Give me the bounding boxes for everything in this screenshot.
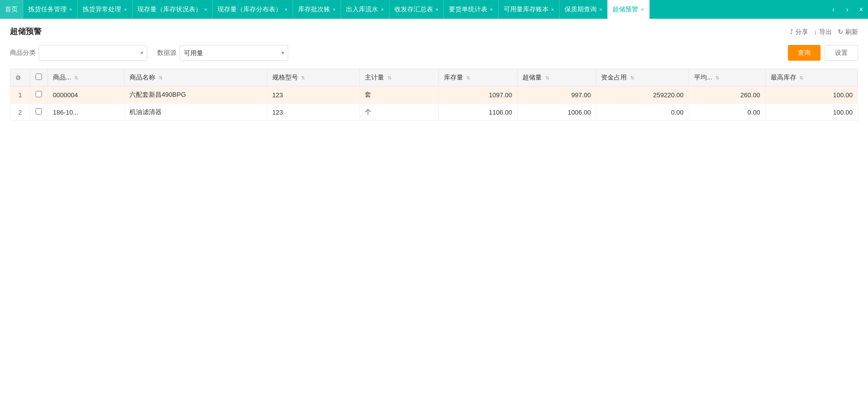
- row-num-2: 2: [10, 104, 30, 121]
- col-header-unit[interactable]: 主计量 ⇅: [360, 69, 438, 86]
- row-2-stock: 1106.00: [438, 104, 517, 121]
- row-2-capital: 0.00: [596, 104, 689, 121]
- col-header-avg[interactable]: 平均... ⇅: [689, 69, 765, 86]
- col-header-spec[interactable]: 规格型号 ⇅: [267, 69, 359, 86]
- nav-next-button[interactable]: ›: [840, 0, 854, 19]
- row-1-stock: 1097.00: [438, 86, 517, 104]
- row-1-capital: 259220.00: [596, 86, 689, 104]
- table-row: 1 0000004 六配套新昌490BPG 123 套 1097.00 997.…: [10, 86, 858, 104]
- row-1-checkbox[interactable]: [36, 91, 42, 97]
- page-header: 超储预警 ⤴ 分享 ↓ 导出 ↻ 刷新: [10, 27, 858, 37]
- row-2-unit: 个: [360, 104, 438, 121]
- top-navigation: 首页 拣货任务管理 × 拣货异常处理 × 现存量（库存状况表） × 现存量（库存…: [0, 0, 868, 19]
- nav-stock-status[interactable]: 现存量（库存状况表） ×: [132, 0, 213, 19]
- row-1-avg: 260.00: [689, 86, 765, 104]
- share-icon: ⤴: [790, 28, 793, 36]
- share-button[interactable]: ⤴ 分享: [790, 28, 808, 37]
- nav-order-stats[interactable]: 要货单统计表 ×: [444, 0, 498, 19]
- sort-icon-capital: ⇅: [630, 75, 634, 80]
- row-1-product-code: 0000004: [48, 86, 125, 104]
- table-header: ⚙ 商品... ⇅ 商品名称 ⇅ 规格型号 ⇅ 主计量: [10, 69, 858, 86]
- sort-icon-name: ⇅: [159, 75, 163, 80]
- datasource-select[interactable]: 可用量 实际库存: [179, 45, 288, 61]
- category-select-wrapper: [39, 45, 147, 61]
- row-2-spec: 123: [267, 104, 359, 121]
- nav-overstock-warning[interactable]: 超储预警 ×: [608, 0, 649, 19]
- nav-stock-dist[interactable]: 现存量（库存分布表） ×: [213, 0, 293, 19]
- header-actions: ⤴ 分享 ↓ 导出 ↻ 刷新: [790, 28, 859, 37]
- row-checkbox-2: [30, 104, 48, 121]
- col-header-stock[interactable]: 库存量 ⇅: [438, 69, 517, 86]
- settings-button[interactable]: 设置: [825, 45, 858, 61]
- nav-close-expiry-query[interactable]: ×: [599, 6, 602, 12]
- page-content: 超储预警 ⤴ 分享 ↓ 导出 ↻ 刷新 商品分类: [0, 19, 868, 395]
- sort-icon-max: ⇅: [799, 75, 803, 80]
- nav-receive-summary[interactable]: 收发存汇总表 ×: [390, 0, 444, 19]
- row-1-product-name: 六配套新昌490BPG: [124, 86, 267, 104]
- refresh-icon: ↻: [838, 28, 843, 36]
- nav-prev-button[interactable]: ‹: [826, 0, 840, 19]
- nav-close-stock-batch[interactable]: ×: [333, 6, 336, 12]
- row-2-avg: 0.00: [689, 104, 765, 121]
- filter-buttons: 查询 设置: [788, 45, 858, 61]
- refresh-button[interactable]: ↻ 刷新: [838, 28, 858, 37]
- col-select-all: [30, 69, 48, 86]
- row-1-max-stock: 100.00: [765, 86, 858, 104]
- col-header-capital[interactable]: 资金占用 ⇅: [596, 69, 689, 86]
- nav-close-overstock[interactable]: ×: [641, 6, 644, 12]
- col-gear: ⚙: [10, 69, 30, 86]
- nav-close-stock-dist[interactable]: ×: [284, 6, 287, 12]
- row-2-overstock: 1006.00: [517, 104, 596, 121]
- nav-close-receive-summary[interactable]: ×: [435, 6, 438, 12]
- nav-close-pick-exception[interactable]: ×: [124, 6, 127, 12]
- query-button[interactable]: 查询: [788, 45, 821, 61]
- category-filter: 商品分类: [10, 45, 147, 61]
- col-header-overstock[interactable]: 超储量 ⇅: [517, 69, 596, 86]
- nav-close-order-stats[interactable]: ×: [490, 6, 493, 12]
- row-1-spec: 123: [267, 86, 359, 104]
- export-button[interactable]: ↓ 导出: [814, 28, 832, 37]
- row-1-overstock: 997.00: [517, 86, 596, 104]
- col-header-product-name[interactable]: 商品名称 ⇅: [124, 69, 267, 86]
- row-2-max-stock: 100.00: [765, 104, 858, 121]
- row-2-product-code: 186-10...: [48, 104, 125, 121]
- data-table: ⚙ 商品... ⇅ 商品名称 ⇅ 规格型号 ⇅ 主计量: [10, 69, 858, 121]
- row-1-unit: 套: [360, 86, 438, 104]
- table-row: 2 186-10... 机油滤清器 123 个 1106.00 1006.00 …: [10, 104, 858, 121]
- export-icon: ↓: [814, 28, 818, 36]
- sort-icon-spec: ⇅: [301, 75, 305, 80]
- nav-close-pick-task[interactable]: ×: [69, 6, 72, 12]
- sort-icon-stock: ⇅: [466, 75, 470, 80]
- sort-icon-unit: ⇅: [388, 75, 391, 80]
- row-num-1: 1: [10, 86, 30, 104]
- nav-home[interactable]: 首页: [0, 0, 23, 19]
- nav-pick-task[interactable]: 拣货任务管理 ×: [23, 0, 78, 19]
- table-body: 1 0000004 六配套新昌490BPG 123 套 1097.00 997.…: [10, 86, 858, 121]
- nav-close-inout-flow[interactable]: ×: [381, 6, 384, 12]
- row-2-product-name: 机油滤清器: [124, 104, 267, 121]
- nav-expiry-query[interactable]: 保质期查询 ×: [560, 0, 608, 19]
- nav-scroll-arrows: ‹ › ×: [826, 0, 868, 19]
- select-all-checkbox[interactable]: [36, 74, 42, 80]
- filter-row: 商品分类 数据源 可用量 实际库存 查询 设置: [10, 45, 858, 61]
- col-header-max-stock[interactable]: 最高库存 ⇅: [765, 69, 858, 86]
- table-header-row: ⚙ 商品... ⇅ 商品名称 ⇅ 规格型号 ⇅ 主计量: [10, 69, 858, 86]
- sort-icon-overstock: ⇅: [545, 75, 549, 80]
- table-settings-icon[interactable]: ⚙: [15, 74, 21, 81]
- sort-icon-avg: ⇅: [715, 75, 719, 80]
- nav-pick-exception[interactable]: 拣货异常处理 ×: [78, 0, 132, 19]
- nav-available-stock[interactable]: 可用量库存账本 ×: [499, 0, 560, 19]
- datasource-filter: 数据源 可用量 实际库存: [157, 45, 288, 61]
- nav-close-available-stock[interactable]: ×: [551, 6, 554, 12]
- category-select[interactable]: [39, 45, 147, 61]
- nav-inout-flow[interactable]: 出入库流水 ×: [341, 0, 389, 19]
- page-title: 超储预警: [10, 27, 42, 37]
- col-header-product-code[interactable]: 商品... ⇅: [48, 69, 125, 86]
- sort-icon-code: ⇅: [74, 75, 78, 80]
- datasource-label: 数据源: [157, 48, 176, 57]
- nav-stock-batch[interactable]: 库存批次账 ×: [293, 0, 341, 19]
- category-label: 商品分类: [10, 48, 36, 57]
- nav-close-stock-status[interactable]: ×: [204, 6, 207, 12]
- row-2-checkbox[interactable]: [36, 108, 42, 115]
- nav-more-button[interactable]: ×: [854, 0, 868, 19]
